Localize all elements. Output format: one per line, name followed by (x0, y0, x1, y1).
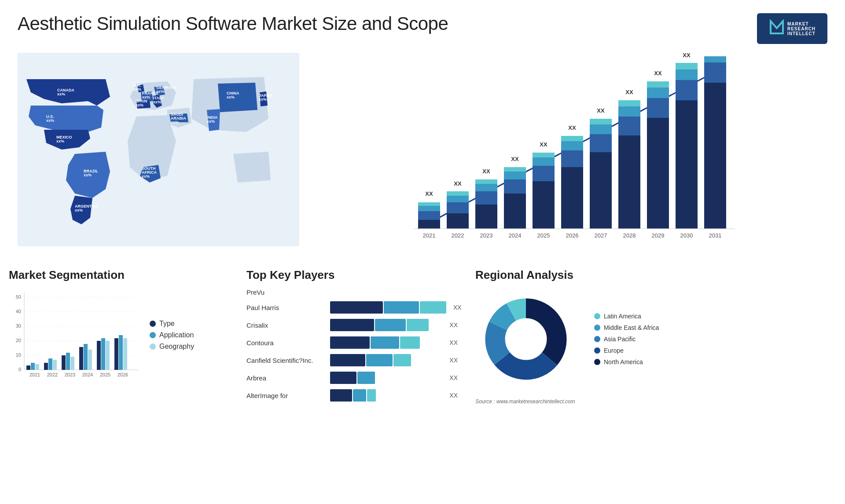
svg-rect-21 (35, 364, 39, 370)
x-label-2031: 2031 (709, 232, 722, 239)
bar-2022-s1 (447, 213, 469, 229)
svg-text:30: 30 (16, 323, 21, 329)
arbrea-bar1 (330, 372, 356, 384)
bar-label-2025: XX (540, 141, 547, 148)
legend-europe-dot (594, 347, 600, 354)
uk-value: xx% (133, 87, 141, 91)
china-value: xx% (227, 95, 235, 99)
legend-app-label: Application (159, 331, 194, 339)
x-label-2029: 2029 (652, 232, 665, 239)
bar-2031-s2 (704, 62, 726, 83)
world-map-section: CANADA xx% U.S. xx% MEXICO xx% BRAZIL xx… (13, 48, 304, 259)
player-paul-harris-name: Paul Harris (246, 304, 326, 311)
player-canfield-name: Canfield Scientific?Inc. (246, 357, 326, 364)
bar-2025-s1 (533, 181, 555, 229)
player-arbrea: Arbrea XX (246, 372, 458, 384)
svg-rect-32 (101, 338, 105, 370)
bar-2028-s2 (618, 117, 640, 135)
key-players-section: Top Key Players PreVu Paul Harris XX Cri… (242, 264, 462, 411)
x-label-2026: 2026 (566, 232, 579, 239)
svg-rect-31 (97, 341, 101, 370)
bar-2029-s1 (647, 118, 669, 229)
player-contoura-name: Contoura (246, 339, 326, 347)
player-crisalix-name: Crisalix (246, 321, 326, 329)
crisalix-bar3 (407, 319, 429, 331)
bar-2022-s4 (447, 191, 469, 196)
legend-latin-dot (594, 313, 600, 319)
contoura-bar1 (330, 336, 370, 349)
bar-2021-s4 (418, 202, 440, 206)
header: Aesthetic Simulation Software Market Siz… (0, 0, 845, 48)
bar-2023-s2 (475, 191, 497, 205)
bar-2021-s3 (418, 206, 440, 211)
svg-text:2024: 2024 (82, 372, 93, 377)
bar-2027-s3 (590, 124, 612, 134)
donut-chart-svg (475, 289, 581, 390)
donut-container: Latin America Middle East & Africa Asia … (475, 289, 836, 390)
svg-text:2025: 2025 (100, 372, 110, 377)
growth-chart-svg: XX XX XX XX XX (321, 53, 823, 246)
south-africa-value: xx% (142, 174, 150, 179)
svg-text:2022: 2022 (47, 372, 58, 377)
australia-region (233, 152, 271, 183)
italy-value: xx% (153, 100, 161, 104)
crisalix-bar1 (330, 319, 374, 331)
bar-2028-s4 (618, 100, 640, 106)
us-value: xx% (46, 118, 54, 123)
player-alterimage-name: AlterImage for (246, 392, 326, 399)
bar-2024-s2 (504, 179, 526, 194)
legend-mea: Middle East & Africa (594, 324, 659, 331)
segmentation-section: Market Segmentation 0 10 20 30 40 50 (4, 264, 233, 411)
canfield-bar1 (330, 354, 365, 366)
key-players-title: Top Key Players (246, 268, 458, 282)
legend-geography: Geography (150, 343, 194, 351)
bar-2029-s4 (647, 81, 669, 88)
svg-rect-20 (31, 363, 35, 370)
svg-rect-19 (26, 365, 30, 370)
svg-rect-34 (114, 338, 118, 370)
svg-rect-23 (48, 358, 52, 370)
legend-latin-label: Latin America (604, 313, 641, 320)
canfield-bar3 (393, 354, 411, 366)
svg-rect-26 (66, 353, 70, 370)
alterimage-bar2 (353, 389, 366, 402)
bottom-section: Market Segmentation 0 10 20 30 40 50 (0, 264, 845, 411)
regional-legend: Latin America Middle East & Africa Asia … (594, 313, 659, 365)
svg-rect-24 (53, 360, 57, 370)
svg-marker-0 (771, 21, 783, 33)
bar-2027-s2 (590, 134, 612, 152)
bar-2030-s2 (676, 80, 698, 100)
bar-2023-s3 (475, 184, 497, 191)
contoura-label: XX (449, 339, 458, 346)
bar-label-2027: XX (597, 107, 605, 114)
bar-2026-s2 (561, 150, 583, 167)
player-crisalix-bars (330, 319, 442, 331)
crisalix-label: XX (449, 321, 458, 329)
bar-2024-s3 (504, 172, 526, 179)
alterimage-bar1 (330, 389, 352, 402)
china-region (218, 83, 257, 112)
germany-value: xx% (156, 89, 164, 94)
legend-type-dot (150, 321, 156, 327)
player-canfield: Canfield Scientific?Inc. XX (246, 354, 458, 366)
japan-value: xx% (259, 97, 267, 102)
bar-2024-s4 (504, 167, 526, 172)
bar-2030-s4 (676, 63, 698, 69)
svg-rect-29 (84, 344, 88, 370)
bar-label-2026: XX (568, 124, 576, 131)
arbrea-label: XX (449, 374, 458, 381)
legend-mea-dot (594, 325, 600, 331)
logo: MARKET RESEARCH INTELLECT (757, 13, 827, 44)
bar-label-2021: XX (425, 190, 433, 197)
bar-2027-s4 (590, 119, 612, 124)
bar-label-2030: XX (683, 53, 691, 58)
svg-text:0: 0 (18, 367, 21, 372)
bar-2021-s2 (418, 211, 440, 220)
bar-2022-s3 (447, 196, 469, 202)
legend-type-label: Type (159, 320, 175, 328)
legend-asia-label: Asia Pacific (604, 336, 636, 343)
svg-rect-28 (79, 347, 83, 370)
contoura-bar2 (371, 336, 399, 349)
legend-app-dot (150, 332, 156, 338)
paul-harris-label: XX (453, 304, 462, 311)
